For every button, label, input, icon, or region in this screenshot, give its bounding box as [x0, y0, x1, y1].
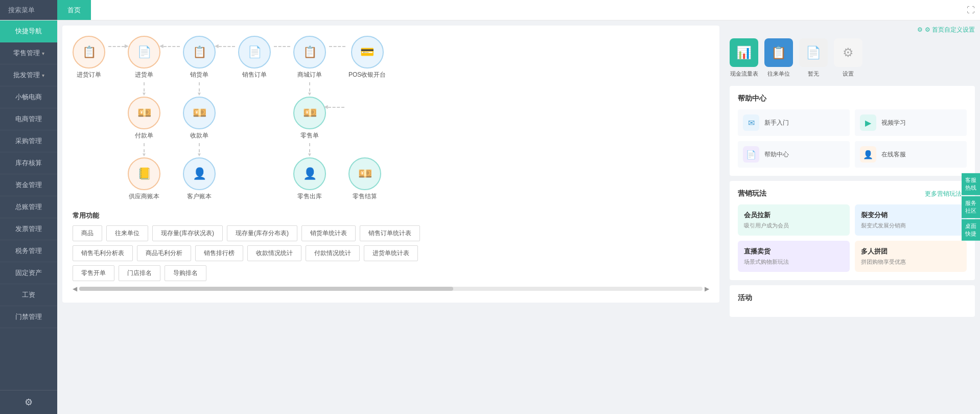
scroll-left-btn[interactable]: ◀	[73, 285, 77, 292]
settings-label: 设置	[843, 70, 854, 78]
help-item-video[interactable]: ▶ 视频学习	[855, 109, 967, 136]
func-btn-purchase-stat[interactable]: 进货单统计表	[364, 245, 418, 261]
sidebar-item-tax[interactable]: 税务管理	[0, 240, 57, 262]
func-buttons: 商品 往来单位 现存量(库存状况表) 现存量(库存分布表) 销货单统计表 销售订…	[73, 225, 709, 241]
member-title: 会员拉新	[744, 211, 844, 220]
func-btn-goods[interactable]: 商品	[73, 225, 102, 241]
beginner-label: 新手入门	[764, 119, 789, 127]
func-btn-profit-analysis[interactable]: 销售毛利分析表	[73, 245, 133, 261]
marketing-item-group[interactable]: 多人拼团 拼团购物享受优惠	[855, 241, 967, 272]
float-btn-service[interactable]: 客服热线	[962, 173, 980, 195]
quick-icon-cashflow[interactable]: 📊 现金流量表	[730, 38, 758, 78]
contacts-label: 往来单位	[767, 70, 790, 78]
sidebar-item-ecommerce[interactable]: 电商管理	[0, 108, 57, 130]
node-retail-order[interactable]: 💴	[293, 97, 326, 129]
customize-header[interactable]: ⚙ ⚙ 首页自定义设置	[730, 26, 975, 34]
sidebar-item-ecommerce-small[interactable]: 小畅电商	[0, 86, 57, 108]
settings-icon: ⚙	[834, 38, 862, 67]
float-btn-community[interactable]: 服务社区	[962, 196, 980, 218]
group-desc: 拼团购物享受优惠	[861, 258, 961, 266]
sidebar-item-salary[interactable]: 工资	[0, 284, 57, 306]
content-area: 📋 进货订单 ▶ 📄 进货单	[57, 20, 980, 414]
label-retail-settle: 零售结算	[353, 192, 377, 201]
node-retail-settle[interactable]: 💴	[348, 157, 381, 190]
empty-icon: 📄	[799, 38, 828, 67]
func-btn-receipt-stat[interactable]: 收款情况统计	[247, 245, 301, 261]
main-layout: 快捷导航 零售管理 ▾ 批发管理 ▾ 小畅电商 电商管理 采购管理 库存核算 资…	[0, 20, 980, 414]
func-btn-retail-order[interactable]: 零售开单	[73, 265, 114, 281]
label-retail-out: 零售出库	[297, 192, 322, 201]
sidebar-item-assets[interactable]: 固定资产	[0, 262, 57, 284]
scroll-right-btn[interactable]: ▶	[705, 285, 709, 292]
more-marketing-link[interactable]: 更多营销玩法 >	[925, 190, 967, 198]
activity-title: 活动	[738, 293, 967, 303]
scroll-thumb	[79, 287, 453, 291]
help-item-service[interactable]: 👤 在线客服	[855, 141, 967, 168]
label-payment-out: 付款单	[135, 131, 153, 140]
activity-card: 活动	[730, 285, 975, 317]
sidebar-item-invoice[interactable]: 发票管理	[0, 218, 57, 240]
sidebar-item-finance[interactable]: 资金管理	[0, 174, 57, 196]
node-purchase-order[interactable]: 📋	[73, 36, 105, 68]
sidebar-item-access[interactable]: 门禁管理	[0, 306, 57, 328]
sidebar-item-retail[interactable]: 零售管理 ▾	[0, 42, 57, 64]
node-customer-account[interactable]: 👤	[183, 157, 216, 190]
node-payment-in[interactable]: 💴	[183, 97, 216, 129]
scroll-track[interactable]	[79, 287, 703, 291]
node-mall-order[interactable]: 📋	[293, 36, 326, 68]
marketing-item-live[interactable]: 直播卖货 场景式购物新玩法	[738, 241, 850, 272]
tab-home[interactable]: 首页	[57, 0, 91, 20]
help-grid: ✉ 新手入门 ▶ 视频学习 📄 帮助中心 👤 在线客服	[738, 109, 967, 168]
label-pos: POS收银开台	[348, 71, 386, 79]
func-btn-sales-order-stat[interactable]: 销售订单统计表	[360, 225, 420, 241]
func-btn-guide-rank[interactable]: 导购排名	[165, 265, 206, 281]
node-retail-out[interactable]: 👤	[293, 157, 326, 190]
label-customer-account: 客户账本	[187, 192, 212, 201]
help-item-beginner[interactable]: ✉ 新手入门	[738, 109, 850, 136]
marketing-grid: 会员拉新 吸引用户成为会员 裂变分销 裂变式发展分销商 直播卖货 场景式购物新玩…	[738, 204, 967, 272]
sidebar-item-wholesale[interactable]: 批发管理 ▾	[0, 64, 57, 86]
func-btn-stock1[interactable]: 现存量(库存状况表)	[152, 225, 223, 241]
node-purchase-receipt[interactable]: 📄	[128, 36, 160, 68]
sidebar-item-ledger[interactable]: 总账管理	[0, 196, 57, 218]
video-label: 视频学习	[881, 119, 906, 127]
live-desc: 场景式购物新玩法	[744, 258, 844, 266]
func-btn-stock2[interactable]: 现存量(库存分布表)	[227, 225, 297, 241]
customize-label: ⚙ 首页自定义设置	[925, 26, 975, 33]
func-btn-sales-rank[interactable]: 销售排行榜	[195, 245, 243, 261]
quick-icon-contacts[interactable]: 📋 往来单位	[764, 38, 793, 78]
quick-icon-empty[interactable]: 📄 暂无	[799, 38, 828, 78]
node-sales-order[interactable]: 📋	[183, 36, 216, 68]
float-btn-desktop[interactable]: 桌面快捷	[962, 219, 980, 241]
marketing-item-fission[interactable]: 裂变分销 裂变式发展分销商	[855, 204, 967, 236]
live-title: 直播卖货	[744, 247, 844, 256]
empty-label: 暂无	[808, 70, 819, 78]
help-icon-doc: 📄	[743, 146, 759, 163]
node-supplier-account[interactable]: 📒	[128, 157, 160, 190]
func-btn-payment-stat[interactable]: 付款情况统计	[306, 245, 360, 261]
sidebar-item-inventory[interactable]: 库存核算	[0, 152, 57, 174]
marketing-item-member[interactable]: 会员拉新 吸引用户成为会员	[738, 204, 850, 236]
func-btn-store-rank[interactable]: 门店排名	[119, 265, 160, 281]
fullscreen-button[interactable]: ⛶	[962, 6, 980, 15]
help-label: 帮助中心	[764, 150, 789, 159]
right-panel: ⚙ ⚙ 首页自定义设置 📊 现金流量表 📋 往来单位 📄 暂无 ⚙	[725, 20, 980, 414]
help-item-help[interactable]: 📄 帮助中心	[738, 141, 850, 168]
group-title: 多人拼团	[861, 247, 961, 256]
quick-icon-settings[interactable]: ⚙ 设置	[834, 38, 862, 78]
node-pos[interactable]: 💳	[351, 36, 384, 68]
label-payment-in: 收款单	[190, 131, 208, 140]
label-sales-bill: 销售订单	[242, 71, 267, 79]
sidebar-item-quicknav[interactable]: 快捷导航	[0, 20, 57, 42]
label-sales-order: 销货单	[190, 71, 208, 79]
search-menu[interactable]: 搜索菜单	[0, 0, 57, 20]
float-buttons: 客服热线 服务社区 桌面快捷	[962, 173, 980, 241]
sidebar-item-purchase[interactable]: 采购管理	[0, 130, 57, 152]
node-payment-out[interactable]: 💴	[128, 97, 160, 129]
func-btn-contacts[interactable]: 往来单位	[106, 225, 148, 241]
func-btn-sales-stat[interactable]: 销货单统计表	[301, 225, 356, 241]
node-sales-bill[interactable]: 📄	[238, 36, 271, 68]
marketing-title: 营销玩法	[738, 189, 766, 198]
sidebar-gear-icon[interactable]: ⚙	[0, 390, 57, 414]
func-btn-goods-profit[interactable]: 商品毛利分析	[137, 245, 191, 261]
